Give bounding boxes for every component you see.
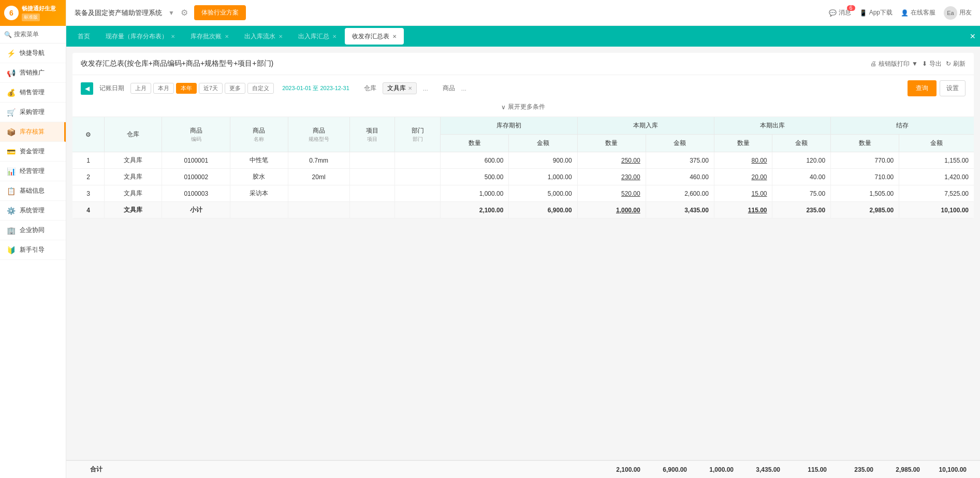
sidebar-item-system[interactable]: ⚙️ 系统管理: [0, 201, 66, 221]
topbar-settings-icon[interactable]: ⚙: [181, 8, 188, 18]
th-goods-spec: 商品 规格型号: [288, 117, 349, 152]
row2-open-qty: 500.00: [441, 169, 509, 185]
tab-batch[interactable]: 库存批次账 ✕: [183, 28, 236, 45]
sidebar-search[interactable]: 🔍 搜索菜单: [0, 26, 66, 44]
message-button[interactable]: 💬 消息 6: [829, 8, 851, 17]
sidebar-item-management[interactable]: 📊 经营管理: [0, 162, 66, 181]
goods-more[interactable]: ...: [461, 85, 466, 92]
sidebar-item-sales[interactable]: 💰 销售管理: [0, 83, 66, 103]
date-this-year-button[interactable]: 本年: [176, 83, 197, 94]
subtotal-empty3: [349, 202, 395, 219]
try-industry-button[interactable]: 体验行业方案: [194, 5, 246, 20]
logo-tag: 标准版: [22, 13, 40, 21]
subtotal-out-amt: 235.00: [772, 202, 831, 219]
th-in-qty: 数量: [577, 135, 646, 152]
sidebar-item-enterprise[interactable]: 🏢 企业协同: [0, 221, 66, 240]
subtotal-in-qty[interactable]: 1,000.00: [577, 202, 646, 219]
total-label: 合计: [75, 465, 333, 474]
data-table: ⚙ 仓库 商品 编码 商品 名称: [72, 117, 974, 219]
row1-in-qty[interactable]: 250.00: [577, 152, 646, 169]
tab-batch-close[interactable]: ✕: [225, 34, 229, 39]
basic-info-icon: 📋: [6, 187, 16, 195]
filter-collapse-button[interactable]: ◀: [81, 82, 93, 95]
row1-dept: [395, 152, 441, 169]
total-in-amt: 3,435.00: [739, 466, 785, 473]
sidebar-item-shortcut[interactable]: ⚡ 快捷导航: [0, 44, 66, 63]
subtotal-empty2: [288, 202, 349, 219]
subtotal-no: 4: [72, 202, 104, 219]
row3-project: [349, 185, 395, 202]
tab-inout-flow-label: 出入库流水: [244, 32, 275, 41]
topbar-dropdown-icon[interactable]: ▼: [168, 9, 174, 17]
row1-out-qty[interactable]: 80.00: [714, 152, 772, 169]
tab-inventory-dist[interactable]: 现存量（库存分布表） ✕: [98, 28, 182, 45]
user-avatar: Ea: [944, 6, 957, 20]
row3-name: 采访本: [230, 185, 288, 202]
subtotal-in-amt: 3,435.00: [646, 202, 714, 219]
date-buttons: 上月 本月 本年 近7天 更多 自定义: [130, 83, 274, 94]
sidebar-item-guide[interactable]: 🔰 新手引导: [0, 240, 66, 260]
row3-open-qty: 1,000.00: [441, 185, 509, 202]
th-settings[interactable]: ⚙: [72, 117, 104, 152]
guide-icon: 🔰: [6, 246, 16, 254]
shortcut-icon: ⚡: [6, 49, 16, 57]
sidebar-item-inventory[interactable]: 📦 库存核算: [0, 122, 66, 142]
tab-inout-flow-close[interactable]: ✕: [279, 34, 283, 39]
warehouse-more[interactable]: ...: [423, 85, 428, 92]
logo-icon: 6: [4, 6, 19, 20]
row2-close-qty: 710.00: [831, 169, 899, 185]
row3-out-qty[interactable]: 15.00: [714, 185, 772, 202]
tab-home[interactable]: 首页: [70, 28, 97, 45]
print-dropdown-icon: ▼: [912, 60, 918, 67]
user-menu[interactable]: Ea 用友: [944, 6, 972, 20]
inventory-label: 库存核算: [20, 127, 45, 136]
sidebar-item-basic-info[interactable]: 📋 基础信息: [0, 181, 66, 201]
row3-in-qty[interactable]: 520.00: [577, 185, 646, 202]
sidebar-item-marketing[interactable]: 📢 营销推广: [0, 63, 66, 83]
topbar: 装备及固定资产辅助管理系统 ▼ ⚙ 体验行业方案 💬 消息 6 📱 App下载 …: [66, 0, 980, 26]
settings-text-button[interactable]: 设置: [940, 80, 966, 96]
subtotal-close-qty: 2,985.00: [831, 202, 899, 219]
tab-inout-flow[interactable]: 出入库流水 ✕: [237, 28, 290, 45]
sidebar-item-finance[interactable]: 💳 资金管理: [0, 142, 66, 162]
date-last-month-button[interactable]: 上月: [130, 83, 151, 94]
refresh-icon: ↻: [946, 60, 951, 67]
refresh-button[interactable]: ↻ 刷新: [946, 60, 966, 68]
tab-inventory-dist-close[interactable]: ✕: [171, 34, 175, 39]
main-content: 装备及固定资产辅助管理系统 ▼ ⚙ 体验行业方案 💬 消息 6 📱 App下载 …: [66, 0, 980, 478]
sidebar-item-purchase[interactable]: 🛒 采购管理: [0, 103, 66, 122]
row2-open-amt: 1,000.00: [509, 169, 577, 185]
query-button[interactable]: 查询: [908, 80, 937, 96]
print-button[interactable]: 🖨 核销版打印 ▼: [870, 60, 918, 68]
row2-out-amt: 40.00: [772, 169, 831, 185]
date-more-button[interactable]: 更多: [225, 83, 245, 94]
date-custom-button[interactable]: 自定义: [247, 83, 274, 94]
expand-conditions-button[interactable]: ∨ 展开更多条件: [501, 103, 545, 111]
tabbar-close-button[interactable]: ✕: [970, 32, 976, 40]
content-area: 收发存汇总表(按仓库+商品编码+商品+规格型号+项目+部门) 🖨 核销版打印 ▼…: [66, 47, 980, 478]
marketing-icon: 📢: [6, 69, 16, 77]
data-table-wrapper: ⚙ 仓库 商品 编码 商品 名称: [72, 117, 974, 219]
online-support-button[interactable]: 👤 在线客服: [901, 8, 935, 17]
app-download-button[interactable]: 📱 App下载: [859, 8, 893, 17]
row3-open-amt: 5,000.00: [509, 185, 577, 202]
total-open-amt: 6,900.00: [646, 466, 692, 473]
row2-out-qty[interactable]: 20.00: [714, 169, 772, 185]
row2-in-qty[interactable]: 230.00: [577, 169, 646, 185]
subtotal-out-qty[interactable]: 115.00: [714, 202, 772, 219]
tab-receive-summary[interactable]: 收发存汇总表 ✕: [345, 28, 404, 45]
row3-no: 3: [72, 185, 104, 202]
row1-no: 1: [72, 152, 104, 169]
tab-inout-summary[interactable]: 出入库汇总 ✕: [291, 28, 344, 45]
sales-icon: 💰: [6, 89, 16, 97]
date-this-month-button[interactable]: 本月: [153, 83, 174, 94]
table-settings-icon: ⚙: [85, 131, 91, 138]
online-support-label: 在线客服: [911, 8, 935, 17]
date-7days-button[interactable]: 近7天: [199, 83, 223, 94]
tab-receive-summary-close[interactable]: ✕: [392, 34, 397, 39]
tab-inout-summary-close[interactable]: ✕: [332, 34, 337, 39]
warehouse-tag-close[interactable]: ✕: [408, 85, 412, 91]
export-button[interactable]: ⬇ 导出: [922, 60, 942, 68]
th-open-amt: 金额: [509, 135, 577, 152]
purchase-icon: 🛒: [6, 108, 16, 117]
